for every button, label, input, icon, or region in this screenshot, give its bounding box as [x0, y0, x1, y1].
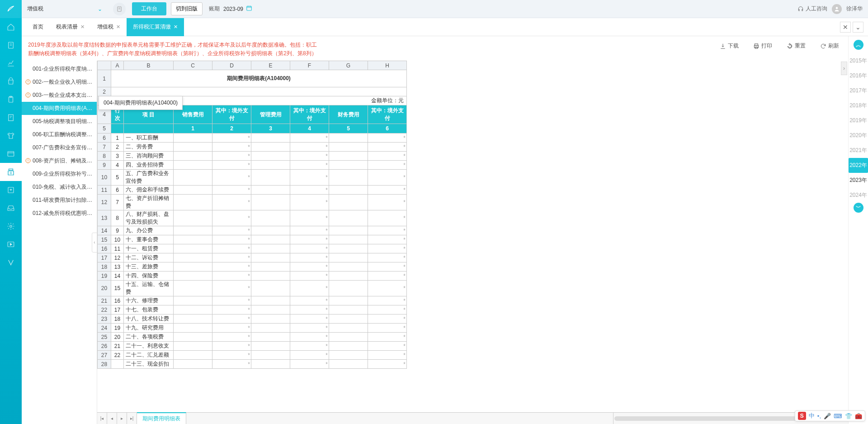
nav-v-icon[interactable]	[0, 253, 22, 272]
tab-item[interactable]: 增值税✕	[91, 18, 127, 36]
note-icon-button[interactable]	[113, 3, 126, 15]
value-cell[interactable]	[329, 314, 368, 324]
ime-lang-icon[interactable]: 中	[809, 412, 815, 420]
item-name-cell[interactable]: 二十一、利息收支	[124, 342, 174, 351]
avatar[interactable]	[832, 4, 842, 14]
ime-punct-icon[interactable]: •,	[817, 413, 821, 419]
value-cell[interactable]: *	[290, 235, 329, 244]
download-button[interactable]: 下载	[717, 41, 741, 51]
value-cell[interactable]: *	[368, 342, 407, 351]
item-name-cell[interactable]: 二十二、汇兑差额	[124, 351, 174, 360]
item-name-cell[interactable]: 十一、租赁费	[124, 244, 174, 253]
value-cell[interactable]: *	[290, 253, 329, 262]
item-name-cell[interactable]: 四、业务招待费	[124, 161, 174, 170]
row-header[interactable]: 22	[98, 305, 111, 314]
col-header[interactable]: E	[251, 61, 290, 70]
value-cell[interactable]	[251, 210, 290, 226]
collapse-handle-icon[interactable]: ‹	[92, 233, 97, 252]
year-item[interactable]: 2020年	[849, 128, 867, 143]
value-cell[interactable]	[251, 244, 290, 253]
value-cell[interactable]	[174, 333, 212, 342]
year-item[interactable]: 2017年	[849, 83, 867, 98]
item-name-cell[interactable]: 五、广告费和业务宣传费	[124, 170, 174, 186]
value-cell[interactable]	[174, 305, 212, 314]
consult-link[interactable]: 人工咨询	[797, 5, 827, 13]
value-cell[interactable]: *	[212, 360, 251, 369]
expand-handle-icon[interactable]: ›	[841, 62, 847, 75]
value-cell[interactable]	[329, 305, 368, 314]
nav-export-icon[interactable]	[0, 181, 22, 199]
item-name-cell[interactable]: 八、财产损耗、盘亏及毁损损失	[124, 210, 174, 226]
value-cell[interactable]: *	[212, 351, 251, 360]
value-cell[interactable]	[251, 161, 290, 170]
nav-clipboard-icon[interactable]	[0, 91, 22, 109]
value-cell[interactable]: *	[368, 235, 407, 244]
value-cell[interactable]	[174, 226, 212, 235]
value-cell[interactable]: *	[212, 152, 251, 161]
value-cell[interactable]: *	[290, 133, 329, 143]
row-header[interactable]: 12	[98, 195, 111, 210]
row-index-cell[interactable]: 8	[111, 210, 124, 226]
row-header[interactable]: 17	[98, 253, 111, 262]
row-index-cell[interactable]	[111, 360, 124, 369]
value-cell[interactable]: *	[212, 281, 251, 296]
value-cell[interactable]: *	[290, 324, 329, 333]
col-header[interactable]: G	[329, 61, 368, 70]
row-header[interactable]: 15	[98, 235, 111, 244]
value-cell[interactable]: *	[368, 281, 407, 296]
value-cell[interactable]	[174, 244, 212, 253]
value-cell[interactable]: *	[212, 272, 251, 281]
row-header[interactable]: 6	[98, 133, 111, 143]
tab-item[interactable]: 所得税汇算清缴✕	[127, 18, 184, 36]
row-header[interactable]: 2	[98, 87, 111, 96]
value-cell[interactable]: *	[290, 195, 329, 210]
row-header[interactable]: 26	[98, 342, 111, 351]
refresh-button[interactable]: 刷新	[817, 41, 842, 51]
row-header[interactable]: 24	[98, 324, 111, 333]
item-name-cell[interactable]: 十五、运输、仓储费	[124, 281, 174, 296]
value-cell[interactable]	[174, 314, 212, 324]
row-header[interactable]: 9	[98, 161, 111, 170]
row-header[interactable]: 18	[98, 262, 111, 272]
value-cell[interactable]: *	[368, 296, 407, 305]
value-cell[interactable]	[329, 324, 368, 333]
value-cell[interactable]	[329, 161, 368, 170]
value-cell[interactable]: *	[212, 195, 251, 210]
value-cell[interactable]	[251, 305, 290, 314]
value-cell[interactable]	[329, 152, 368, 161]
value-cell[interactable]: *	[368, 305, 407, 314]
tab-item[interactable]: 税表清册✕	[50, 18, 91, 36]
value-cell[interactable]: *	[212, 253, 251, 262]
row-index-cell[interactable]: 7	[111, 195, 124, 210]
value-cell[interactable]: *	[368, 272, 407, 281]
item-name-cell[interactable]: 二十、各项税费	[124, 333, 174, 342]
value-cell[interactable]: *	[368, 324, 407, 333]
row-index-cell[interactable]: 15	[111, 281, 124, 296]
row-header[interactable]: 5	[98, 124, 111, 133]
row-index-cell[interactable]: 17	[111, 305, 124, 314]
value-cell[interactable]	[174, 253, 212, 262]
value-cell[interactable]: *	[212, 186, 251, 195]
value-cell[interactable]: *	[212, 170, 251, 186]
value-cell[interactable]	[174, 186, 212, 195]
item-name-cell[interactable]: 三、咨询顾问费	[124, 152, 174, 161]
col-header[interactable]: C	[174, 61, 212, 70]
year-scroll-down-icon[interactable]: ︾	[854, 203, 863, 213]
value-cell[interactable]	[329, 351, 368, 360]
row-index-cell[interactable]: 11	[111, 244, 124, 253]
sheet-tab[interactable]: 期间费用明细表	[137, 412, 186, 424]
value-cell[interactable]	[251, 272, 290, 281]
value-cell[interactable]	[174, 296, 212, 305]
value-cell[interactable]: *	[290, 161, 329, 170]
value-cell[interactable]	[174, 170, 212, 186]
sheet-nav-next-icon[interactable]: ▸	[117, 413, 127, 424]
value-cell[interactable]	[329, 186, 368, 195]
sheet-nav-prev-icon[interactable]: ◂	[107, 413, 117, 424]
row-index-cell[interactable]: 16	[111, 296, 124, 305]
row-index-cell[interactable]: 4	[111, 161, 124, 170]
value-cell[interactable]: *	[290, 351, 329, 360]
item-name-cell[interactable]: 一、职工薪酬	[124, 133, 174, 143]
nav-receipt-icon[interactable]	[0, 109, 22, 127]
value-cell[interactable]	[251, 143, 290, 152]
value-cell[interactable]	[329, 296, 368, 305]
